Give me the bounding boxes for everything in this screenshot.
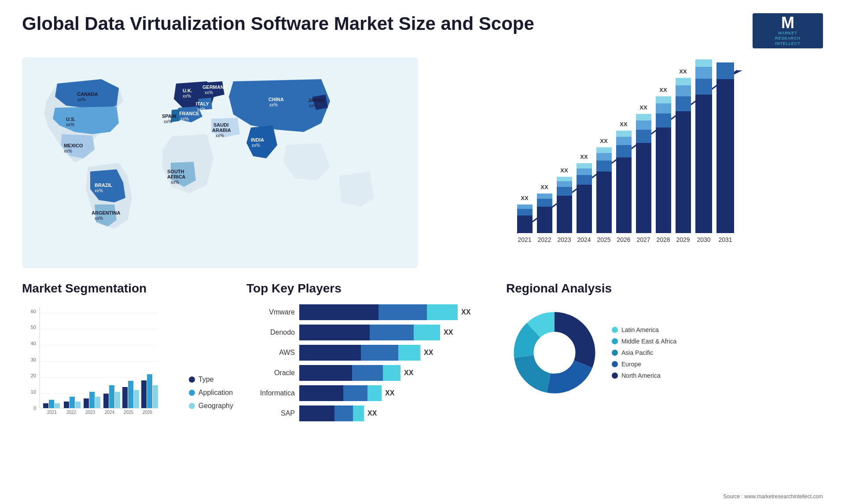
svg-text:SOUTH: SOUTH bbox=[167, 169, 184, 174]
svg-text:xx%: xx% bbox=[197, 107, 206, 112]
svg-text:BRAZIL: BRAZIL bbox=[95, 183, 113, 188]
svg-text:2029: 2029 bbox=[676, 236, 690, 243]
svg-text:30: 30 bbox=[31, 357, 36, 362]
legend-middle-east: Middle East & Africa bbox=[612, 338, 676, 345]
north-america-dot bbox=[612, 373, 618, 379]
svg-point-144 bbox=[536, 334, 573, 371]
svg-rect-41 bbox=[537, 199, 552, 207]
player-name: Vmware bbox=[246, 308, 295, 316]
svg-text:xx%: xx% bbox=[252, 143, 260, 148]
svg-rect-71 bbox=[636, 121, 651, 130]
svg-rect-82 bbox=[676, 96, 691, 111]
legend-asia-pacific: Asia Pacific bbox=[612, 349, 676, 356]
bar-segment-3 bbox=[367, 385, 382, 401]
svg-text:2021: 2021 bbox=[518, 236, 531, 243]
svg-text:2022: 2022 bbox=[66, 410, 77, 415]
legend-application: Application bbox=[189, 389, 233, 397]
bar-segment-1 bbox=[299, 325, 370, 340]
svg-text:xx%: xx% bbox=[309, 103, 317, 108]
application-dot bbox=[189, 390, 195, 396]
segmentation-chart: 0 10 20 30 40 50 60 bbox=[22, 304, 233, 427]
svg-rect-81 bbox=[676, 111, 691, 233]
svg-text:40: 40 bbox=[31, 341, 36, 346]
svg-rect-84 bbox=[676, 78, 691, 85]
player-bar bbox=[299, 405, 364, 421]
svg-rect-46 bbox=[557, 187, 572, 196]
logo-text: MARKET RESEARCH INTELLECT bbox=[775, 31, 801, 46]
legend-geography: Geography bbox=[189, 402, 233, 410]
svg-text:XX: XX bbox=[659, 87, 667, 93]
svg-text:60: 60 bbox=[31, 309, 36, 314]
svg-rect-42 bbox=[537, 194, 552, 199]
bar-segment-2 bbox=[334, 405, 353, 421]
svg-text:SPAIN: SPAIN bbox=[162, 113, 176, 119]
svg-rect-136 bbox=[147, 374, 152, 408]
player-name: Denodo bbox=[246, 329, 295, 336]
page-title: Global Data Virtualization Software Mark… bbox=[22, 13, 534, 34]
map-area: CANADA xx% U.S. xx% MEXICO xx% BRAZIL xx… bbox=[22, 57, 418, 268]
svg-text:JAPAN: JAPAN bbox=[308, 98, 324, 103]
svg-text:2027: 2027 bbox=[636, 236, 650, 243]
player-bar-container: XX bbox=[299, 325, 493, 340]
svg-rect-135 bbox=[141, 380, 147, 408]
svg-rect-129 bbox=[115, 392, 120, 408]
svg-text:xx%: xx% bbox=[216, 133, 224, 138]
svg-rect-58 bbox=[596, 161, 612, 172]
svg-rect-128 bbox=[109, 385, 114, 408]
svg-rect-60 bbox=[596, 147, 612, 153]
svg-rect-51 bbox=[577, 185, 592, 233]
svg-text:AFRICA: AFRICA bbox=[167, 174, 186, 179]
svg-rect-88 bbox=[695, 79, 712, 95]
svg-text:XX: XX bbox=[540, 184, 548, 190]
svg-rect-45 bbox=[557, 196, 572, 233]
player-row: Vmware XX bbox=[246, 304, 493, 320]
svg-rect-87 bbox=[695, 95, 712, 233]
svg-text:xx%: xx% bbox=[269, 102, 278, 107]
svg-text:xx%: xx% bbox=[205, 90, 213, 95]
player-name: Oracle bbox=[246, 369, 295, 377]
svg-text:U.S.: U.S. bbox=[66, 117, 75, 122]
bar-chart-svg: 2021 XX 2022 XX 2023 XX bbox=[431, 57, 823, 268]
bar-segment-1 bbox=[299, 365, 352, 381]
europe-dot bbox=[612, 361, 618, 367]
svg-rect-57 bbox=[596, 172, 612, 233]
svg-rect-137 bbox=[153, 385, 158, 408]
svg-text:2023: 2023 bbox=[85, 410, 96, 415]
svg-rect-63 bbox=[616, 157, 632, 233]
player-list: Vmware XX Denodo bbox=[246, 304, 493, 421]
svg-rect-125 bbox=[95, 397, 100, 408]
svg-text:20: 20 bbox=[31, 373, 36, 378]
svg-rect-72 bbox=[636, 114, 651, 121]
svg-rect-77 bbox=[656, 103, 671, 113]
svg-rect-121 bbox=[75, 402, 81, 408]
svg-text:XX: XX bbox=[639, 104, 647, 111]
bar-segment-3 bbox=[353, 405, 364, 421]
svg-rect-40 bbox=[537, 207, 552, 233]
player-row: Oracle XX bbox=[246, 365, 493, 381]
svg-text:2021: 2021 bbox=[47, 410, 57, 415]
svg-text:xx%: xx% bbox=[183, 94, 191, 99]
svg-rect-36 bbox=[517, 209, 533, 215]
svg-text:2026: 2026 bbox=[617, 236, 630, 243]
svg-text:GERMANY: GERMANY bbox=[202, 84, 228, 90]
svg-rect-75 bbox=[656, 128, 671, 233]
player-xx: XX bbox=[404, 369, 413, 377]
svg-rect-116 bbox=[49, 400, 54, 408]
player-bar bbox=[299, 385, 382, 401]
svg-text:XX: XX bbox=[521, 195, 529, 201]
svg-text:xx%: xx% bbox=[77, 97, 86, 102]
svg-text:2028: 2028 bbox=[656, 236, 670, 243]
player-row: AWS XX bbox=[246, 345, 493, 361]
bar-chart-area: 2021 XX 2022 XX 2023 XX bbox=[431, 57, 823, 268]
bar-segment-2 bbox=[361, 345, 398, 361]
svg-rect-76 bbox=[656, 113, 671, 128]
svg-text:SAUDI: SAUDI bbox=[213, 122, 228, 128]
svg-text:XX: XX bbox=[580, 153, 588, 160]
svg-rect-48 bbox=[557, 177, 572, 181]
player-xx: XX bbox=[385, 389, 394, 397]
bar-segment-3 bbox=[383, 365, 400, 381]
bar-segment-3 bbox=[427, 304, 458, 320]
svg-text:xx%: xx% bbox=[95, 216, 103, 221]
svg-text:ARABIA: ARABIA bbox=[212, 128, 231, 133]
svg-text:XX: XX bbox=[620, 121, 628, 128]
